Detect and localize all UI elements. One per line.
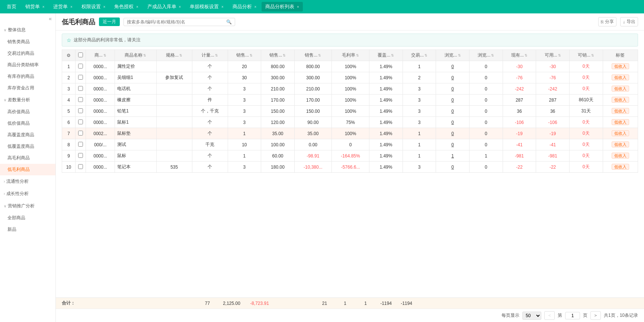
cell-view1[interactable]: 0: [436, 106, 470, 117]
close-icon[interactable]: ×: [179, 5, 181, 9]
col-view1[interactable]: 浏览...⇅: [436, 50, 470, 61]
col-saleable[interactable]: 可销...⇅: [569, 50, 603, 61]
sidebar-item-in-stock[interactable]: 有库存的商品: [0, 71, 55, 82]
col-unit[interactable]: 计量...⇅: [192, 50, 228, 61]
col-name[interactable]: 商品名称⇅: [115, 50, 157, 61]
row-checkbox[interactable]: [78, 97, 83, 102]
search-input[interactable]: [127, 19, 224, 25]
sidebar-group-marketing[interactable]: ∨ 营销推广分析: [0, 200, 55, 212]
col-available[interactable]: 可用...⇅: [536, 50, 570, 61]
row-checkbox[interactable]: [78, 75, 83, 80]
sidebar-item-category-rate[interactable]: 商品分类助销率: [0, 59, 55, 71]
sidebar-item-low-value[interactable]: 低价值商品: [0, 118, 55, 129]
next-page-button[interactable]: ＞: [590, 311, 601, 320]
col-code[interactable]: 商...⇅: [86, 50, 115, 61]
sidebar-item-all-goods[interactable]: 全部商品: [0, 212, 55, 224]
row-checkbox[interactable]: [78, 64, 83, 68]
nav-home[interactable]: 首页: [3, 2, 20, 12]
nav-role-auth[interactable]: 角色授权 ×: [110, 2, 142, 12]
nav-permissions[interactable]: 权限设置 ×: [78, 2, 109, 12]
sidebar-group-quantity-analysis[interactable]: ∨ 差数量分析: [0, 94, 55, 106]
cell-view1[interactable]: 0: [436, 61, 470, 72]
sidebar-collapse-area: «: [0, 13, 55, 24]
sidebar-group-growth[interactable]: › 成长性分析: [0, 188, 55, 200]
search-icon[interactable]: 🔍: [226, 19, 232, 25]
col-sales-count[interactable]: 销售...⇅: [228, 50, 261, 61]
close-icon[interactable]: ×: [254, 5, 256, 9]
sidebar-item-high-margin[interactable]: 高毛利商品: [0, 152, 55, 164]
collapse-button[interactable]: «: [47, 15, 53, 22]
nav-purchase-order[interactable]: 进货单 ×: [49, 2, 76, 12]
cell-view1[interactable]: 0: [436, 72, 470, 83]
sidebar-group-overall[interactable]: ∨ 整体信息: [0, 24, 55, 36]
date-filter-button[interactable]: 近一月: [99, 17, 120, 26]
cell-checkbox[interactable]: [76, 117, 86, 128]
cell-current: -981: [503, 150, 536, 162]
cell-checkbox[interactable]: [76, 72, 86, 83]
col-sales-profit[interactable]: 销售...⇅: [294, 50, 331, 61]
row-checkbox[interactable]: [78, 108, 83, 113]
cell-view1[interactable]: 0: [436, 162, 470, 173]
cell-checkbox[interactable]: [76, 106, 86, 117]
prev-page-button[interactable]: ＜: [544, 311, 555, 320]
row-checkbox[interactable]: [78, 131, 83, 136]
col-tag[interactable]: 标签: [603, 50, 638, 61]
sidebar-item-sales-goods[interactable]: 销售类商品: [0, 36, 55, 48]
col-coverage[interactable]: 覆盖...⇅: [369, 50, 403, 61]
col-margin-rate[interactable]: 毛利率⇅: [331, 50, 369, 61]
row-checkbox[interactable]: [78, 86, 83, 91]
sidebar-item-high-value[interactable]: 高价值商品: [0, 106, 55, 118]
col-view2[interactable]: 浏览...⇅: [470, 50, 503, 61]
row-checkbox[interactable]: [78, 153, 83, 158]
table-body: 1 0000... 属性定价 个 20 800.00 800.00 100% 1…: [62, 61, 638, 173]
sidebar-item-low-margin[interactable]: 低毛利商品: [0, 164, 55, 175]
sidebar-group-circulation[interactable]: › 流通性分析: [0, 175, 55, 188]
row-checkbox[interactable]: [78, 164, 83, 169]
nav-product-entry[interactable]: 产成品入库单 ×: [144, 2, 185, 12]
nav-sales-order[interactable]: 销货单 ×: [22, 2, 48, 12]
col-current[interactable]: 现有...⇅: [503, 50, 536, 61]
close-icon[interactable]: ×: [103, 5, 106, 9]
cell-checkbox[interactable]: [76, 83, 86, 95]
close-icon[interactable]: ×: [42, 5, 45, 9]
cell-checkbox[interactable]: [76, 162, 86, 173]
sidebar-item-high-coverage[interactable]: 高覆盖度商品: [0, 129, 55, 141]
nav-product-analysis-list[interactable]: 商品分析列表 ×: [262, 2, 302, 12]
cell-view1[interactable]: 0: [436, 95, 470, 106]
export-button[interactable]: ↓ 导出: [620, 17, 638, 26]
share-button[interactable]: ⎘ 分享: [598, 17, 616, 26]
page-input[interactable]: [565, 312, 580, 319]
cell-view1[interactable]: 0: [436, 117, 470, 128]
cell-view1[interactable]: 0: [436, 83, 470, 95]
cell-checkbox[interactable]: [76, 128, 86, 139]
table-row: 5 0000... 铅笔1 个，千克 3 150.00 150.00 100% …: [62, 106, 638, 117]
cell-checkbox[interactable]: [76, 61, 86, 72]
cell-checkbox[interactable]: [76, 95, 86, 106]
cell-sales-count: 3: [228, 83, 261, 95]
sidebar-item-traded-goods[interactable]: 交易过的商品: [0, 48, 55, 59]
sidebar-item-low-coverage[interactable]: 低覆盖度商品: [0, 141, 55, 152]
cell-view1[interactable]: 0: [436, 139, 470, 150]
sidebar-item-new-goods[interactable]: 新品: [0, 224, 55, 235]
cell-view1[interactable]: 0: [436, 128, 470, 139]
select-all-checkbox[interactable]: [78, 52, 83, 57]
col-checkbox[interactable]: [76, 50, 86, 61]
page-size-select[interactable]: 50 100 200: [522, 312, 541, 320]
cell-view1[interactable]: 1: [436, 150, 470, 162]
col-trans[interactable]: 交易...⇅: [403, 50, 436, 61]
nav-product-analysis[interactable]: 商品分析 ×: [229, 2, 260, 12]
row-checkbox[interactable]: [78, 119, 83, 124]
col-settings[interactable]: ⚙: [62, 50, 76, 61]
close-icon[interactable]: ×: [297, 5, 299, 9]
cell-checkbox[interactable]: [76, 150, 86, 162]
sidebar-item-stock-capital[interactable]: 库存资金占用: [0, 82, 55, 94]
col-spec[interactable]: 规格...⇅: [156, 50, 192, 61]
cell-sales-amount: 100.00: [261, 139, 295, 150]
close-icon[interactable]: ×: [221, 5, 224, 9]
nav-template-settings[interactable]: 单据模板设置 ×: [186, 2, 227, 12]
close-icon[interactable]: ×: [70, 5, 73, 9]
cell-checkbox[interactable]: [76, 139, 86, 150]
close-icon[interactable]: ×: [136, 5, 138, 9]
col-sales-amount[interactable]: 销售...⇅: [261, 50, 295, 61]
row-checkbox[interactable]: [78, 142, 83, 147]
